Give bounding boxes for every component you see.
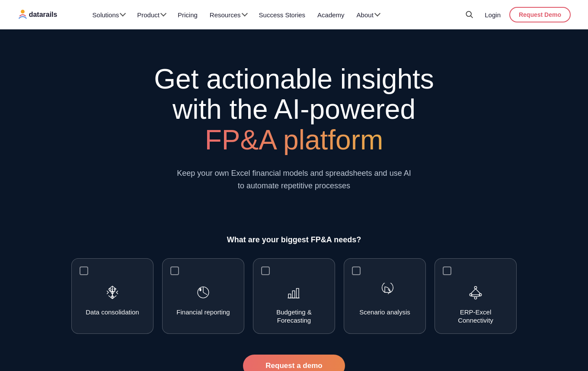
nav-academy[interactable]: Academy <box>313 8 349 22</box>
svg-point-23 <box>474 297 477 299</box>
financial-reporting-icon: $ <box>170 283 236 302</box>
logo[interactable]: datarails <box>17 8 67 22</box>
cta-row: Request a demo <box>17 355 571 371</box>
svg-text:$: $ <box>200 288 201 291</box>
svg-line-27 <box>476 296 480 297</box>
card-checkbox-3[interactable] <box>261 266 270 275</box>
nav-solutions[interactable]: Solutions <box>88 8 130 22</box>
nav-pricing[interactable]: Pricing <box>173 8 202 22</box>
fpa-section: What are your biggest FP&A needs? <box>0 218 588 371</box>
card-label-4: Scenario analysis <box>352 308 418 317</box>
svg-line-14 <box>203 292 207 295</box>
card-checkbox-4[interactable] <box>352 266 361 275</box>
card-erp-excel[interactable]: ERP-ExcelConnectivity <box>435 258 517 334</box>
card-checkbox-2[interactable] <box>170 266 179 275</box>
card-budgeting-forecasting[interactable]: Budgeting &Forecasting <box>253 258 335 334</box>
svg-point-9 <box>109 289 111 291</box>
svg-point-2 <box>467 11 472 16</box>
card-checkbox-5[interactable] <box>443 266 451 275</box>
svg-rect-10 <box>114 289 115 290</box>
card-label-5: ERP-ExcelConnectivity <box>443 308 508 325</box>
hero-subtitle: Keep your own Excel financial models and… <box>17 167 571 192</box>
request-demo-cta-button[interactable]: Request a demo <box>243 355 345 371</box>
request-demo-nav-button[interactable]: Request Demo <box>509 7 571 22</box>
search-button[interactable] <box>462 7 476 22</box>
login-link[interactable]: Login <box>483 8 502 22</box>
card-scenario-analysis[interactable]: Scenario analysis <box>344 258 426 334</box>
svg-point-0 <box>21 10 25 13</box>
svg-point-20 <box>474 286 477 289</box>
svg-text:datarails: datarails <box>29 11 58 18</box>
svg-line-24 <box>471 289 476 294</box>
scenario-analysis-icon <box>352 283 418 302</box>
svg-line-25 <box>476 289 480 294</box>
nav-success-stories[interactable]: Success Stories <box>255 8 310 22</box>
nav-right: Login Request Demo <box>462 7 571 22</box>
card-label-3: Budgeting &Forecasting <box>261 308 327 325</box>
nav-about[interactable]: About <box>352 8 384 22</box>
card-data-consolidation[interactable]: Data consolidation <box>71 258 153 334</box>
data-consolidation-icon <box>80 283 145 302</box>
card-label-1: Data consolidation <box>80 308 145 317</box>
card-label-2: Financial reporting <box>170 308 236 317</box>
svg-line-3 <box>471 16 473 18</box>
nav-product[interactable]: Product <box>133 8 170 22</box>
cards-row: Data consolidation $ Financial reporting <box>35 258 553 334</box>
budgeting-icon <box>261 283 327 302</box>
svg-line-26 <box>471 296 476 297</box>
svg-rect-18 <box>297 289 299 298</box>
svg-rect-17 <box>292 291 295 298</box>
svg-rect-16 <box>288 294 291 298</box>
erp-excel-icon <box>443 283 508 302</box>
hero-section: Get actionable insights with the AI-powe… <box>0 29 588 218</box>
card-financial-reporting[interactable]: $ Financial reporting <box>162 258 244 334</box>
card-checkbox-1[interactable] <box>80 266 88 275</box>
hero-heading: Get actionable insights with the AI-powe… <box>17 64 571 155</box>
fpa-question: What are your biggest FP&A needs? <box>17 235 571 244</box>
nav-resources[interactable]: Resources <box>205 8 251 22</box>
nav-links: Solutions Product Pricing Resources Succ… <box>88 8 463 22</box>
navigation: datarails Solutions Product Pricing Reso… <box>0 0 588 29</box>
